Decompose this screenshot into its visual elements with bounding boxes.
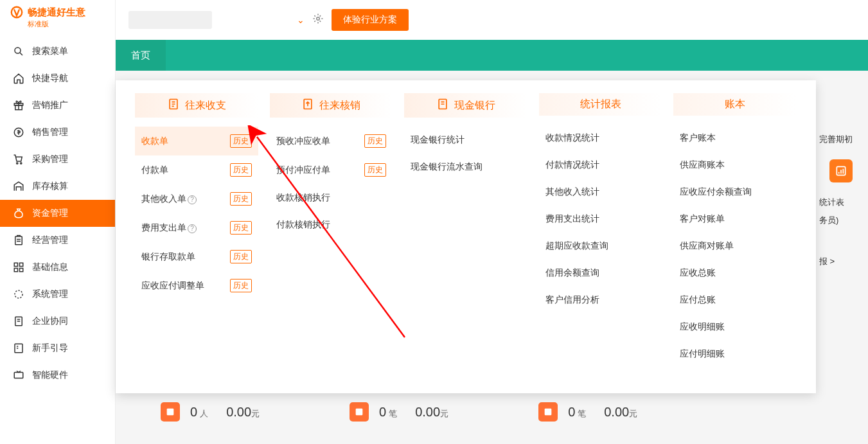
mega-item-payment[interactable]: 付款单历史 <box>135 155 258 184</box>
history-tag[interactable]: 历史 <box>230 192 252 206</box>
sidebar: 畅捷通好生意 标准版 搜索菜单 快捷导航 营销推广 销售管理 采购管理 库存核算… <box>0 0 116 444</box>
mega-col-writeoff: 往来核销 预收冲应收单历史 预付冲应付单历史 收款核销执行 付款核销执行 <box>270 93 393 368</box>
mega-item-label: 供应商账本 <box>680 159 725 171</box>
sidebar-item-sales[interactable]: 销售管理 <box>0 119 115 146</box>
mega-col-reports: 统计报表 收款情况统计 付款情况统计 其他收入统计 费用支出统计 超期应收款查询… <box>539 93 662 368</box>
home-icon <box>13 73 24 84</box>
tab-label: 首页 <box>131 49 150 62</box>
svg-point-16 <box>317 17 320 21</box>
stat2-amount-unit: 元 <box>440 409 448 418</box>
sidebar-item-operation[interactable]: 经营管理 <box>0 227 115 254</box>
mega-item-ar-ap-adjust[interactable]: 应收应付调整单历史 <box>135 271 258 300</box>
mega-item-cash-stats[interactable]: 现金银行统计 <box>404 127 527 154</box>
mega-item-label: 客户对账单 <box>680 213 725 225</box>
mega-item-ap-general[interactable]: 应付总账 <box>673 287 797 314</box>
sidebar-item-funds[interactable]: 资金管理 <box>0 200 115 227</box>
mega-item-expense-stats[interactable]: 费用支出统计 <box>539 206 662 233</box>
mega-item-payment-stats[interactable]: 付款情况统计 <box>539 152 662 179</box>
mega-item-bank-deposit[interactable]: 银行存取款单历史 <box>135 242 258 271</box>
mega-item-supplier-ledger[interactable]: 供应商账本 <box>673 152 797 179</box>
mega-item-payment-exec[interactable]: 付款核销执行 <box>270 211 393 238</box>
cta-button[interactable]: 体验行业方案 <box>332 9 409 31</box>
mega-item-customer-statement[interactable]: 客户对账单 <box>673 206 797 233</box>
mega-item-receipt-stats[interactable]: 收款情况统计 <box>539 125 662 152</box>
mega-item-label: 其他收入统计 <box>545 186 599 198</box>
gear-icon[interactable] <box>312 13 324 27</box>
sidebar-item-collab[interactable]: 企业协同 <box>0 308 115 335</box>
mega-item-expense[interactable]: 费用支出单?历史 <box>135 213 258 242</box>
mega-item-supplier-statement[interactable]: 供应商对账单 <box>673 233 797 260</box>
mega-head-4: 账本 <box>673 93 797 116</box>
mega-item-label: 收款单 <box>141 136 168 147</box>
mega-item-label: 客户信用分析 <box>545 294 599 306</box>
history-tag[interactable]: 历史 <box>230 163 252 177</box>
mega-item-overdue-ar[interactable]: 超期应收款查询 <box>539 233 662 260</box>
stat3-unit: 笔 <box>578 408 586 420</box>
mega-item-other-income-stats[interactable]: 其他收入统计 <box>539 179 662 206</box>
mega-item-ar-detail[interactable]: 应收明细账 <box>673 314 797 341</box>
mega-item-label: 预收冲应收单 <box>276 136 330 147</box>
header: ⌄ 体验行业方案 <box>116 0 868 40</box>
page-tabs: 首页 <box>116 40 868 71</box>
mega-item-label: 客户账本 <box>680 132 716 144</box>
mega-item-arap-balance[interactable]: 应收应付余额查询 <box>673 179 797 206</box>
brand-edition: 标准版 <box>28 19 105 29</box>
svg-rect-18 <box>167 409 174 416</box>
sidebar-item-label: 企业协同 <box>32 315 68 327</box>
history-tag[interactable]: 历史 <box>364 134 386 148</box>
mega-item-label: 付款单 <box>141 164 168 176</box>
history-tag[interactable]: 历史 <box>230 221 252 235</box>
bottom-stats: 0人 0.00元 0笔 0.00元 0笔 0.00元 <box>128 393 855 431</box>
mega-item-prepay-ap[interactable]: 预付冲应付单历史 <box>270 155 393 184</box>
svg-rect-11 <box>20 269 23 272</box>
mega-item-receipt-exec[interactable]: 收款核销执行 <box>270 184 393 211</box>
mega-item-credit-analysis[interactable]: 客户信用分析 <box>539 287 662 314</box>
doc-icon <box>301 98 314 113</box>
stats-icon[interactable] <box>829 159 853 182</box>
stat-card-3: 0笔 0.00元 <box>538 393 637 431</box>
org-selector-placeholder[interactable] <box>128 11 212 29</box>
mega-item-label: 其他收入单 <box>141 193 186 204</box>
mega-head-label: 现金银行 <box>454 99 495 112</box>
help-icon[interactable]: ? <box>188 224 197 233</box>
mega-head-1: 往来核销 <box>270 93 393 118</box>
sidebar-item-purchase[interactable]: 采购管理 <box>0 146 115 173</box>
stat2-unit: 笔 <box>389 408 397 420</box>
sidebar-item-inventory[interactable]: 库存核算 <box>0 173 115 200</box>
stat-card-2: 0笔 0.00元 <box>350 393 448 431</box>
mega-item-prepay-ar[interactable]: 预收冲应收单历史 <box>270 127 393 155</box>
mega-item-label: 现金银行流水查询 <box>411 161 483 173</box>
mega-item-ar-general[interactable]: 应收总账 <box>673 260 797 287</box>
mega-item-label: 应付总账 <box>680 294 716 306</box>
sidebar-item-hardware[interactable]: 智能硬件 <box>0 362 115 389</box>
right-text-4[interactable]: 报 > <box>817 251 868 272</box>
history-tag[interactable]: 历史 <box>364 163 386 177</box>
mega-item-ap-detail[interactable]: 应付明细账 <box>673 341 797 368</box>
tab-home[interactable]: 首页 <box>116 40 166 71</box>
sidebar-item-basicinfo[interactable]: 基础信息 <box>0 254 115 281</box>
svg-rect-20 <box>545 409 552 416</box>
svg-rect-7 <box>15 236 22 245</box>
help-icon[interactable]: ? <box>188 195 197 204</box>
sidebar-item-label: 系统管理 <box>32 289 68 300</box>
mega-item-label: 费用支出单 <box>141 222 186 233</box>
history-tag[interactable]: 历史 <box>230 134 252 148</box>
sidebar-item-system[interactable]: 系统管理 <box>0 281 115 308</box>
sidebar-item-marketing[interactable]: 营销推广 <box>0 92 115 119</box>
mega-item-receipt[interactable]: 收款单历史 <box>135 127 258 155</box>
sidebar-item-search[interactable]: 搜索菜单 <box>0 38 115 65</box>
history-tag[interactable]: 历史 <box>230 250 252 263</box>
svg-rect-19 <box>356 409 363 416</box>
warehouse-icon <box>13 181 24 192</box>
mega-item-cash-flow[interactable]: 现金银行流水查询 <box>404 154 527 181</box>
stat-card-1: 0人 0.00元 <box>161 393 260 431</box>
mega-item-customer-ledger[interactable]: 客户账本 <box>673 125 797 152</box>
right-text-1: 完善期初 <box>817 129 868 150</box>
chevron-down-icon[interactable]: ⌄ <box>297 15 305 25</box>
guide-icon <box>13 342 24 354</box>
sidebar-item-guide[interactable]: 新手引导 <box>0 335 115 362</box>
mega-item-other-income[interactable]: 其他收入单?历史 <box>135 184 258 213</box>
sidebar-item-quicknav[interactable]: 快捷导航 <box>0 65 115 92</box>
history-tag[interactable]: 历史 <box>230 279 252 292</box>
mega-item-credit-balance[interactable]: 信用余额查询 <box>539 260 662 287</box>
